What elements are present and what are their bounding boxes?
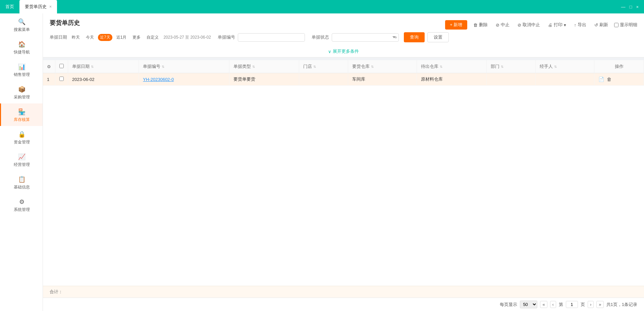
page-label: 第 <box>559 302 563 308</box>
refresh-button[interactable]: ↺ 刷新 <box>592 20 610 29</box>
content-wrapper: ⚙ 单据日期⇅ 单据编号⇅ 单据类型⇅ <box>43 57 644 311</box>
print-icon: 🖨 <box>548 23 552 28</box>
next-page-btn[interactable]: › <box>588 301 594 308</box>
row-doc-type: 要货单要货 <box>229 73 299 86</box>
sidebar-item-system[interactable]: ⚙ 系统管理 <box>0 193 43 216</box>
cancel-stop-button[interactable]: ⊘ 取消中止 <box>516 20 542 29</box>
system-icon: ⚙ <box>19 198 24 206</box>
tab-home[interactable]: 首页 <box>0 0 19 13</box>
select-all-checkbox[interactable] <box>59 64 64 68</box>
basic-info-icon: 📋 <box>18 176 25 183</box>
finance-icon: 🔒 <box>18 131 25 138</box>
date-opt-7days[interactable]: 近7天 <box>98 34 112 41</box>
first-page-btn[interactable]: « <box>540 301 547 308</box>
new-button[interactable]: + 新增 <box>445 20 467 30</box>
export-icon: ↑ <box>574 23 577 28</box>
main-layout: 🔍 搜索菜单 🏠 快捷导航 📊 销售管理 📦 采购管理 🏪 库存核算 🔒 资金管… <box>0 13 644 311</box>
doc-no-input[interactable] <box>238 33 305 42</box>
row-select-checkbox[interactable] <box>59 77 64 81</box>
doc-no-label: 单据编号 <box>218 34 235 40</box>
quick-nav-icon: 🏠 <box>18 41 25 48</box>
sidebar-item-label: 资金管理 <box>14 139 30 145</box>
col-doc-date[interactable]: 单据日期⇅ <box>68 60 139 73</box>
col-req-warehouse[interactable]: 要货仓库⇅ <box>348 60 417 73</box>
row-store <box>299 73 348 86</box>
print-button[interactable]: 🖨 打印 ▾ <box>546 20 568 29</box>
row-doc-no: YH-20230602-0 <box>139 73 229 86</box>
sidebar-item-label: 销售管理 <box>14 72 30 78</box>
date-opt-more[interactable]: 更多 <box>130 34 143 41</box>
sidebar-item-operation[interactable]: 📈 经营管理 <box>0 148 43 171</box>
col-dept[interactable]: 部门⇅ <box>487 60 536 73</box>
tab-active[interactable]: 要货单历史 × <box>19 0 57 13</box>
page-number-input[interactable] <box>566 301 578 308</box>
delete-button[interactable]: 🗑 删除 <box>471 20 490 29</box>
filter-buttons: 查询 设置 <box>404 32 449 42</box>
sidebar-item-label: 库存核算 <box>14 117 30 123</box>
col-store[interactable]: 门店⇅ <box>299 60 348 73</box>
sidebar-item-label: 快捷导航 <box>14 49 30 55</box>
display-detail-checkbox[interactable] <box>614 23 619 27</box>
tab-bar: 首页 要货单历史 × <box>0 0 616 13</box>
last-page-btn[interactable]: » <box>596 301 603 308</box>
doc-status-select[interactable] <box>332 33 399 42</box>
date-opt-yesterday[interactable]: 昨天 <box>70 34 82 41</box>
inventory-icon: 🏪 <box>18 108 25 116</box>
table-footer: 合计： <box>43 286 644 298</box>
sidebar-item-purchase[interactable]: 📦 采购管理 <box>0 81 43 103</box>
sales-icon: 📊 <box>18 63 25 71</box>
date-options: 昨天 今天 近7天 近1月 更多 自定义 <box>70 34 161 41</box>
col-pending-warehouse[interactable]: 待出仓库⇅ <box>417 60 487 73</box>
export-button[interactable]: ↑ 导出 <box>572 20 589 29</box>
tab-close-icon[interactable]: × <box>49 4 52 9</box>
stop-button[interactable]: ⊘ 中止 <box>494 20 512 29</box>
purchase-icon: 📦 <box>18 86 25 93</box>
col-doc-no[interactable]: 单据编号⇅ <box>139 60 229 73</box>
prev-page-btn[interactable]: ‹ <box>550 301 556 308</box>
col-handler[interactable]: 经手人⇅ <box>535 60 594 73</box>
data-table: ⚙ 单据日期⇅ 单据编号⇅ 单据类型⇅ <box>43 60 644 86</box>
col-doc-type[interactable]: 单据类型⇅ <box>229 60 299 73</box>
sidebar-item-finance[interactable]: 🔒 资金管理 <box>0 126 43 148</box>
date-opt-1month[interactable]: 近1月 <box>114 34 129 41</box>
query-button[interactable]: 查询 <box>404 32 425 42</box>
expand-more-icon: ∨ <box>328 49 331 54</box>
top-bar: 首页 要货单历史 × — □ × <box>0 0 644 13</box>
sidebar-item-label: 经营管理 <box>14 162 30 168</box>
sidebar-item-search-menu[interactable]: 🔍 搜索菜单 <box>0 13 43 36</box>
row-index: 1 <box>43 73 55 86</box>
sidebar-item-quick-nav[interactable]: 🏠 快捷导航 <box>0 36 43 58</box>
doc-no-link[interactable]: YH-20230602-0 <box>143 77 174 82</box>
row-actions: 📄 🗑 <box>594 73 644 86</box>
page-suffix-label: 页 <box>581 302 585 308</box>
table-header-row: ⚙ 单据日期⇅ 单据编号⇅ 单据类型⇅ <box>43 60 644 73</box>
window-minimize[interactable]: — <box>621 4 626 9</box>
footer-label: 合计： <box>50 289 63 294</box>
row-req-warehouse: 车间库 <box>348 73 417 86</box>
date-opt-today[interactable]: 今天 <box>84 34 96 41</box>
filter-date-group: 单据日期 昨天 今天 近7天 近1月 更多 自定义 2023-05-27 至 2… <box>50 34 211 41</box>
total-info: 共1页，1条记录 <box>606 302 637 308</box>
row-delete-icon[interactable]: 🗑 <box>607 77 611 82</box>
refresh-icon: ↺ <box>594 23 598 28</box>
col-action: 操作 <box>594 60 644 73</box>
expand-more-row: ∨ 展开更多条件 <box>50 46 637 57</box>
print-dropdown-icon: ▾ <box>564 23 566 28</box>
per-page-select[interactable]: 50 20 100 200 <box>520 301 537 308</box>
date-opt-custom[interactable]: 自定义 <box>145 34 161 41</box>
sidebar: 🔍 搜索菜单 🏠 快捷导航 📊 销售管理 📦 采购管理 🏪 库存核算 🔒 资金管… <box>0 13 43 311</box>
settings-button[interactable]: 设置 <box>427 32 449 42</box>
sidebar-item-sales[interactable]: 📊 销售管理 <box>0 58 43 81</box>
row-edit-icon[interactable]: 📄 <box>598 77 604 82</box>
expand-more-button[interactable]: ∨ 展开更多条件 <box>328 48 359 54</box>
window-close[interactable]: × <box>636 4 639 9</box>
sidebar-item-inventory[interactable]: 🏪 库存核算 <box>0 103 43 126</box>
col-settings[interactable]: ⚙ <box>43 60 55 73</box>
sidebar-item-basic-info[interactable]: 📋 基础信息 <box>0 171 43 193</box>
display-detail-button[interactable]: 显示明细 <box>614 22 637 28</box>
row-dept <box>487 73 536 86</box>
window-maximize[interactable]: □ <box>630 4 632 9</box>
content-area: 要货单历史 + 新增 🗑 删除 ⊘ 中止 ⊘ 取消中止 <box>43 13 644 311</box>
delete-icon: 🗑 <box>473 23 478 28</box>
page-title: 要货单历史 <box>50 19 80 27</box>
